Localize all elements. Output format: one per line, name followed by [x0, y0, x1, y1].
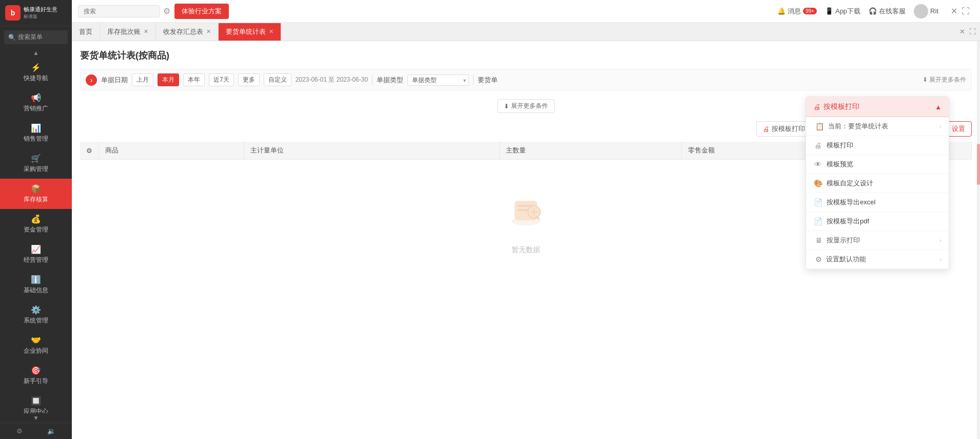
expand-more-button[interactable]: ⬇ 展开更多条件	[497, 99, 555, 113]
dropdown-display-print-left: 🖥 按显示打印	[815, 236, 860, 245]
app-download-label: App下载	[835, 7, 860, 16]
sidebar-item-basic[interactable]: ℹ️ 基础信息	[0, 270, 72, 300]
system-icon: ⚙️	[31, 305, 41, 315]
filter-more-conditions[interactable]: ⬇ 展开更多条件	[923, 75, 966, 84]
sidebar-item-operations[interactable]: 📈 经营管理	[0, 239, 72, 270]
svg-rect-3	[518, 209, 529, 211]
topbar-gear-icon[interactable]: ⚙	[163, 6, 170, 16]
inventory-icon: 📦	[31, 184, 41, 194]
template-design-label: 模板自定义设计	[827, 179, 873, 188]
th-quantity: 主数量	[500, 142, 682, 160]
filter-type-select[interactable]: 单据类型	[407, 74, 469, 86]
window-controls: ✕ ⛶	[947, 6, 974, 16]
sidebar-item-label: 采购管理	[24, 165, 48, 174]
notification-item[interactable]: 🔔 消息 99+	[777, 7, 817, 16]
template-design-icon: 🎨	[813, 179, 822, 187]
sidebar-scroll-up[interactable]: ▲	[0, 48, 72, 58]
current-year-btn[interactable]: 本年	[183, 73, 205, 86]
sales-icon: 📊	[31, 123, 41, 133]
topbar-search-input[interactable]	[78, 5, 160, 17]
sidebar-item-finance[interactable]: 💰 资金管理	[0, 209, 72, 239]
app-download-item[interactable]: 📱 App下载	[825, 7, 860, 16]
dropdown-current-label: 当前：要货单统计表	[828, 122, 888, 131]
logo-icon: b	[5, 5, 21, 21]
close-window-icon[interactable]: ✕	[951, 6, 957, 16]
dropdown-template-print[interactable]: 🖨 模板打印	[806, 136, 949, 155]
dropdown-template-preview[interactable]: 👁 模板预览	[806, 155, 949, 174]
print-dropdown-menu: 🖨 按模板打印 ▲ 📋 当前：要货单统计表 › 🖨 模板打印	[806, 97, 949, 270]
dropdown-print-icon: 🖨	[813, 103, 820, 111]
user-avatar-item[interactable]: Rit	[914, 4, 938, 18]
topbar-right: 🔔 消息 99+ 📱 App下载 🎧 在线客服 Rit ✕ ⛶	[777, 4, 974, 18]
sidebar-scroll-down[interactable]: ▼	[0, 413, 72, 423]
template-preview-label: 模板预览	[827, 160, 853, 169]
dropdown-set-default[interactable]: ⚙ 设置默认功能 ›	[806, 250, 949, 269]
tab-window-controls: ✕ ⛶	[955, 28, 980, 35]
sidebar-item-apps[interactable]: 🔲 应用中心	[0, 391, 72, 413]
dropdown-display-print[interactable]: 🖥 按显示打印 ›	[806, 231, 949, 250]
audio-icon[interactable]: 🔉	[47, 427, 55, 435]
dropdown-current-template-left: 📋 当前：要货单统计表	[815, 122, 888, 131]
date-range: 2023-06-01 至 2023-06-30	[296, 75, 368, 84]
maximize-window-icon[interactable]: ⛶	[962, 7, 970, 16]
dropdown-close-icon[interactable]: ▲	[935, 103, 942, 111]
sidebar-item-sales[interactable]: 📊 销售管理	[0, 118, 72, 148]
topbar-search-area: ⚙	[78, 5, 170, 17]
dropdown-export-excel[interactable]: 📄 按模板导出excel	[806, 193, 949, 212]
tab-order-stats-close[interactable]: ✕	[269, 28, 273, 35]
online-service-label: 在线客服	[879, 7, 906, 16]
tab-order-stats-label: 要货单统计表	[226, 27, 266, 36]
prev-month-btn[interactable]: 上月	[132, 73, 153, 86]
sidebar-item-label: 企业协同	[24, 347, 48, 355]
avatar	[914, 4, 928, 18]
tab-close-icon[interactable]: ✕	[959, 28, 965, 35]
sidebar-item-enterprise[interactable]: 🤝 企业协同	[0, 330, 72, 360]
tab-order-stats[interactable]: 要货单统计表 ✕	[219, 23, 281, 41]
dropdown-template-design[interactable]: 🎨 模板自定义设计	[806, 174, 949, 193]
sidebar-item-marketing[interactable]: 📢 营销推广	[0, 88, 72, 118]
app-name: 畅康通好生意	[24, 6, 57, 13]
filter-expand-button[interactable]: ›	[86, 74, 97, 86]
tab-home[interactable]: 首页	[72, 23, 100, 41]
dropdown-export-pdf[interactable]: 📄 按模板导出pdf	[806, 212, 949, 231]
tab-batch-account-label: 库存批次账	[107, 27, 141, 36]
trial-button[interactable]: 体验行业方案	[174, 4, 229, 19]
filter-divider	[372, 75, 373, 85]
custom-date-btn[interactable]: 自定义	[264, 73, 291, 86]
sidebar-item-quick-nav[interactable]: ⚡ 快捷导航	[0, 58, 72, 88]
current-template-chevron: ›	[939, 123, 942, 129]
settings-icon[interactable]: ⚙	[16, 427, 23, 435]
set-default-label: 设置默认功能	[826, 255, 866, 264]
dropdown-current-template[interactable]: 📋 当前：要货单统计表 ›	[806, 117, 949, 136]
app-download-icon: 📱	[825, 7, 833, 15]
gear-icon[interactable]: ⚙	[86, 147, 92, 155]
sidebar-item-label: 系统管理	[24, 316, 48, 325]
sidebar-item-guide[interactable]: 🎯 新手引导	[0, 360, 72, 391]
tab-home-label: 首页	[79, 27, 92, 36]
sidebar-item-purchase[interactable]: 🛒 采购管理	[0, 148, 72, 179]
finance-icon: 💰	[31, 214, 41, 224]
sidebar-item-inventory[interactable]: 📦 库存核算	[0, 179, 72, 209]
last7-btn[interactable]: 近7天	[209, 73, 234, 86]
notification-label: 消息	[788, 7, 801, 16]
tab-receivables-summary[interactable]: 收发存汇总表 ✕	[156, 23, 219, 41]
dropdown-title: 按模板打印	[824, 102, 859, 111]
main-area: ⚙ 体验行业方案 🔔 消息 99+ 📱 App下载 🎧 在线客服 Rit ✕	[72, 0, 980, 439]
current-month-btn[interactable]: 本月	[158, 73, 179, 86]
search-icon: 🔍	[8, 34, 16, 41]
notification-badge: 99+	[803, 8, 817, 14]
tab-expand-icon[interactable]: ⛶	[969, 28, 976, 35]
tab-batch-account[interactable]: 库存批次账 ✕	[100, 23, 156, 41]
right-scrollbar[interactable]	[977, 41, 980, 439]
online-service-item[interactable]: 🎧 在线客服	[869, 7, 906, 16]
sidebar-search[interactable]: 🔍 搜索菜单	[4, 30, 68, 44]
tab-receivables-close[interactable]: ✕	[206, 28, 211, 35]
tab-batch-account-close[interactable]: ✕	[144, 28, 148, 35]
export-pdf-icon: 📄	[813, 217, 822, 225]
operations-icon: 📈	[31, 244, 41, 254]
th-settings: ⚙	[80, 142, 99, 160]
more-date-btn[interactable]: 更多	[238, 73, 260, 86]
sidebar-item-system[interactable]: ⚙️ 系统管理	[0, 300, 72, 330]
sidebar-item-label: 新手引导	[24, 377, 48, 386]
print-label: 按模板打印	[772, 124, 805, 133]
